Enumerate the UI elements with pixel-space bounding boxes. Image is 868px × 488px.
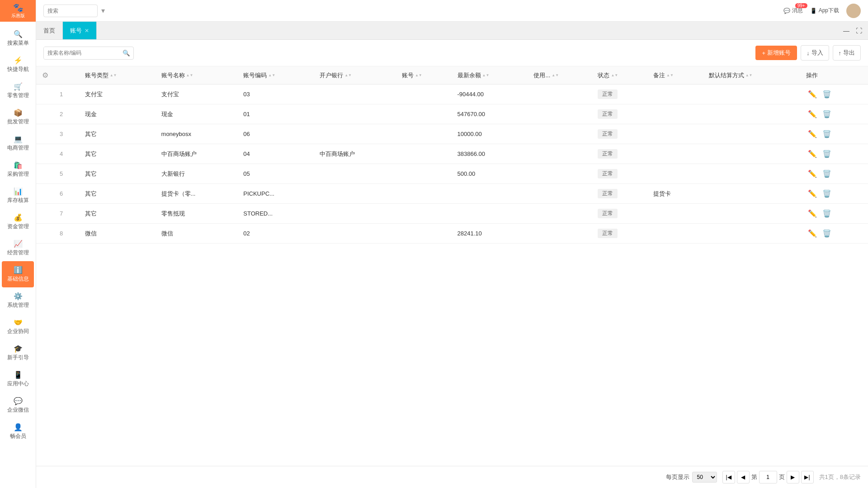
edit-button-5[interactable]: ✏️: [806, 188, 819, 199]
sidebar-item-wholesale-mgmt[interactable]: 📦 批发管理: [0, 104, 36, 130]
first-page-button[interactable]: |◀: [722, 471, 735, 483]
row-name-6: 零售抵现: [156, 204, 238, 224]
sidebar-item-member[interactable]: 👤 畅会员: [0, 418, 36, 445]
row-account-3: [396, 144, 452, 164]
sidebar-item-purchase-mgmt[interactable]: 🛍️ 采购管理: [0, 156, 36, 183]
col-code[interactable]: 账号编码▲▼: [238, 66, 314, 84]
top-header-left: ▾: [43, 5, 105, 17]
col-status[interactable]: 状态▲▼: [592, 66, 648, 84]
delete-button-4[interactable]: 🗑️: [821, 169, 833, 179]
col-num: [54, 66, 80, 84]
basic-info-icon: ℹ️: [14, 266, 23, 274]
row-usage-3: [528, 144, 592, 164]
tab-account-close-icon[interactable]: ✕: [85, 28, 89, 34]
row-account-5: [396, 184, 452, 204]
sidebar-item-enterprise-wechat[interactable]: 💬 企业微信: [0, 392, 36, 418]
row-type-5: 其它: [80, 184, 156, 204]
table-row: 8 微信 微信 02 28241.10 正常 ✏️ 🗑️: [36, 224, 868, 244]
row-settings-4: [36, 164, 54, 184]
page-number-input[interactable]: [759, 471, 777, 483]
row-type-0: 支付宝: [80, 84, 156, 104]
tab-account[interactable]: 账号 ✕: [63, 22, 97, 39]
tab-minimize-button[interactable]: —: [841, 25, 852, 36]
sidebar-item-search-menu[interactable]: 🔍 搜索菜单: [0, 25, 36, 52]
delete-button-5[interactable]: 🗑️: [821, 188, 833, 199]
member-icon: 👤: [14, 423, 23, 432]
row-bank-3: 中百商场账户: [314, 144, 396, 164]
row-bank-1: [314, 104, 396, 124]
col-action: 操作: [801, 66, 868, 84]
sidebar-item-ecommerce-mgmt[interactable]: 💻 电商管理: [0, 130, 36, 156]
app-download-button[interactable]: 📱 App下载: [810, 7, 839, 14]
col-settings[interactable]: ⚙: [36, 66, 54, 84]
delete-button-7[interactable]: 🗑️: [821, 228, 833, 239]
sidebar-item-label-newbie: 新手引导: [7, 354, 29, 361]
table-row: 1 支付宝 支付宝 03 -90444.00 正常 ✏️ 🗑️: [36, 84, 868, 104]
row-settings-1: [36, 104, 54, 124]
sidebar-item-label-app-center: 应用中心: [7, 380, 29, 388]
sidebar-item-quick-nav[interactable]: ⚡ 快捷导航: [0, 52, 36, 78]
retail-icon: 🛒: [14, 82, 23, 91]
sidebar: 🐾 乐惠版 🔍 搜索菜单 ⚡ 快捷导航 🛒 零售管理 📦 批发管理 💻 电商管理…: [0, 0, 36, 488]
sidebar-item-enterprise-agreement[interactable]: 🤝 企业协同: [0, 314, 36, 340]
row-code-0: 03: [238, 84, 314, 104]
delete-button-0[interactable]: 🗑️: [821, 89, 833, 99]
col-usage[interactable]: 使用...▲▼: [528, 66, 592, 84]
top-search-dropdown-icon[interactable]: ▾: [101, 6, 105, 15]
account-search-input[interactable]: [44, 47, 119, 59]
sidebar-item-retail-mgmt[interactable]: 🛒 零售管理: [0, 78, 36, 104]
edit-button-7[interactable]: ✏️: [806, 228, 819, 239]
app-download-label: App下载: [819, 7, 839, 14]
col-remark[interactable]: 备注▲▼: [648, 66, 703, 84]
row-action-6: ✏️ 🗑️: [801, 204, 868, 224]
table-row: 2 现金 现金 01 547670.00 正常 ✏️ 🗑️: [36, 104, 868, 124]
row-default-payment-5: [703, 184, 801, 204]
avatar[interactable]: [846, 4, 861, 18]
col-bank[interactable]: 开户银行▲▼: [314, 66, 396, 84]
col-default-payment[interactable]: 默认结算方式▲▼: [703, 66, 801, 84]
col-balance[interactable]: 最新余额▲▼: [452, 66, 528, 84]
col-name[interactable]: 账号名称▲▼: [156, 66, 238, 84]
tab-home[interactable]: 首页: [36, 22, 63, 39]
top-search-input[interactable]: [43, 5, 98, 17]
sidebar-item-finance-mgmt[interactable]: 💰 资金管理: [0, 209, 36, 235]
add-account-button[interactable]: + 新增账号: [755, 46, 797, 60]
sidebar-item-system-mgmt[interactable]: ⚙️ 系统管理: [0, 287, 36, 314]
col-type[interactable]: 账号类型▲▼: [80, 66, 156, 84]
edit-button-0[interactable]: ✏️: [806, 89, 819, 99]
row-type-3: 其它: [80, 144, 156, 164]
prev-page-button[interactable]: ◀: [737, 471, 750, 483]
sidebar-item-newbie-guide[interactable]: 🎓 新手引导: [0, 340, 36, 366]
sidebar-item-basic-info[interactable]: ℹ️ 基础信息: [2, 261, 34, 287]
next-page-button[interactable]: ▶: [787, 471, 799, 483]
sidebar-item-app-center[interactable]: 📱 应用中心: [0, 366, 36, 392]
edit-button-3[interactable]: ✏️: [806, 149, 819, 159]
footer-pagination: 每页显示 50 20 100 |◀ ◀ 第 页 ▶ ▶| 共1页，8条记录: [36, 466, 868, 488]
last-page-button[interactable]: ▶|: [801, 471, 814, 483]
account-table: ⚙ 账号类型▲▼ 账号名称▲▼ 账号编码▲▼ 开户银行▲▼ 账号▲▼ 最新余额▲…: [36, 66, 868, 244]
edit-button-2[interactable]: ✏️: [806, 129, 819, 139]
delete-button-3[interactable]: 🗑️: [821, 149, 833, 159]
row-type-1: 现金: [80, 104, 156, 124]
edit-button-6[interactable]: ✏️: [806, 208, 819, 219]
tab-maximize-button[interactable]: ⛶: [854, 25, 864, 36]
edit-button-1[interactable]: ✏️: [806, 109, 819, 119]
sidebar-item-inventory-check[interactable]: 📊 库存核算: [0, 183, 36, 209]
enterprise-icon: 🤝: [14, 318, 23, 327]
main-area: ▾ 💬 消息 99+ 📱 App下载 首页 账号 ✕ — ⛶: [36, 0, 868, 488]
delete-button-2[interactable]: 🗑️: [821, 129, 833, 139]
row-settings-3: [36, 144, 54, 164]
row-remark-3: [648, 144, 703, 164]
row-remark-5: 提货卡: [648, 184, 703, 204]
notification-button[interactable]: 💬 消息 99+: [783, 7, 803, 14]
export-button[interactable]: ↑ 导出: [833, 45, 861, 61]
page-size-select[interactable]: 50 20 100: [692, 472, 717, 483]
import-button[interactable]: ↓ 导入: [801, 45, 829, 61]
col-account[interactable]: 账号▲▼: [396, 66, 452, 84]
delete-button-1[interactable]: 🗑️: [821, 109, 833, 119]
delete-button-6[interactable]: 🗑️: [821, 208, 833, 219]
edit-button-4[interactable]: ✏️: [806, 169, 819, 179]
sidebar-item-operations-mgmt[interactable]: 📈 经营管理: [0, 235, 36, 261]
export-label: 导出: [843, 49, 855, 57]
account-search-button[interactable]: 🔍: [119, 47, 134, 59]
